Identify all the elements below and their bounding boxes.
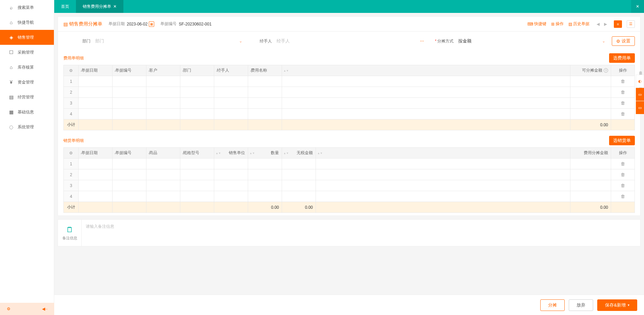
remarks-label: 备注信息 <box>62 236 77 241</box>
select-expense-button[interactable]: 选费用单 <box>609 53 635 63</box>
col-date[interactable]: ▲▼单据日期 <box>79 148 113 159</box>
sidebar-item-label: 基础信息 <box>18 109 34 115</box>
table-row[interactable]: 2🗑 <box>64 169 635 180</box>
gear-col[interactable]: ⚙ <box>64 65 79 76</box>
subtotal-row: 小计0.00 <box>64 119 635 130</box>
card-view-btn[interactable]: ☰ <box>627 20 635 28</box>
col-handler[interactable]: ▲▼经手人 <box>214 65 248 76</box>
chevron-down-icon[interactable]: ⌄ <box>600 39 608 43</box>
col-dept[interactable]: ▲▼部门 <box>180 65 214 76</box>
gear-icon[interactable]: ⚙ <box>7 307 11 311</box>
trash-icon[interactable]: 🗑 <box>621 100 625 106</box>
col-date[interactable]: ▲▼单据日期 <box>79 65 113 76</box>
gear-col[interactable]: ⚙ <box>64 148 79 159</box>
col-ops: 操作 <box>611 65 635 76</box>
chevron-down-icon[interactable]: ⌄ <box>237 39 245 43</box>
tab-label: 销售费用分摊单 <box>83 4 111 10</box>
col-alloc[interactable]: 费用分摊金额 <box>570 148 611 159</box>
doc-no-label: 单据编号 <box>160 21 177 27</box>
remarks-side: 🗒 备注信息 <box>58 220 82 246</box>
keyboard-icon: ⌨ <box>527 22 533 26</box>
doc-no-value: SF-20230602-001 <box>179 22 212 26</box>
col-fee-name[interactable]: ▲▼费用名称 <box>248 65 282 76</box>
expense-title: 费用单明细 <box>63 55 84 61</box>
col-unit[interactable]: ▲▼销售单位 <box>214 148 248 159</box>
sales-title: 销货单明细 <box>63 138 84 144</box>
close-icon[interactable]: ✕ <box>113 4 117 9</box>
table-row[interactable]: 1🗑 <box>64 159 635 169</box>
doc-date-value[interactable]: 2023-06-02 <box>127 22 147 26</box>
table-row[interactable]: 4🗑 <box>64 191 635 202</box>
sidebar-item-quick-nav[interactable]: ⌂快捷导航 <box>0 15 54 30</box>
allocate-button[interactable]: 分摊 <box>540 299 565 311</box>
row-num: 4 <box>64 191 79 202</box>
trash-icon[interactable]: 🗑 <box>621 194 625 199</box>
sidebar-item-search-menu[interactable]: ⌕搜索菜单 <box>0 0 54 15</box>
method-input[interactable] <box>457 36 600 46</box>
col-blank2: ▲▼ <box>316 148 570 159</box>
shortcut-text: 快捷键 <box>534 21 546 27</box>
next-icon[interactable]: ▶ <box>602 20 609 28</box>
sidebar-item-funds[interactable]: ¥资金管理 <box>0 75 54 90</box>
calendar-icon[interactable]: ▦ <box>149 21 154 27</box>
discard-button[interactable]: 放弃 <box>569 299 593 311</box>
history-text: 历史单据 <box>573 21 589 27</box>
shortcut-link[interactable]: ⌨快捷键 <box>527 21 546 27</box>
table-row[interactable]: 3🗑 <box>64 98 635 109</box>
list-view-btn[interactable]: ≡ <box>614 20 622 28</box>
side-tab-3[interactable]: ▭ <box>636 101 644 114</box>
sidebar-item-operations[interactable]: ▤经营管理 <box>0 90 54 105</box>
sidebar-item-label: 采购管理 <box>18 50 34 55</box>
col-amount[interactable]: ▲▼无税金额 <box>282 148 316 159</box>
side-tab-2[interactable]: ▭ <box>636 88 644 101</box>
sidebar-item-system[interactable]: ◌系统管理 <box>0 119 54 134</box>
form-panel: ▤ 销售费用分摊单 单据日期 2023-06-02 ▦ 单据编号 SF-2023… <box>58 16 641 216</box>
col-no[interactable]: ▲▼单据编号 <box>113 65 146 76</box>
table-row[interactable]: 3🗑 <box>64 180 635 191</box>
sidebar-item-purchase-mgmt[interactable]: ☐采购管理 <box>0 45 54 60</box>
prev-icon[interactable]: ◀ <box>594 20 602 28</box>
doc-date-field: 单据日期 2023-06-02 ▦ <box>108 21 154 27</box>
sidebar-item-sales-mgmt[interactable]: ◈销售管理 <box>0 30 54 45</box>
trash-icon[interactable]: 🗑 <box>621 183 625 188</box>
table-row[interactable]: 4🗑 <box>64 109 635 119</box>
collapse-icon[interactable]: ◀·· <box>42 307 47 311</box>
col-no[interactable]: ▲▼单据编号 <box>113 148 146 159</box>
subtotal-amount: 0.00 <box>282 202 316 213</box>
col-allocatable[interactable]: 可分摊金额? <box>570 65 611 76</box>
settings-button[interactable]: ⚙设置 <box>612 36 635 46</box>
save-new-text: 保存&新增 <box>605 302 626 308</box>
table-row[interactable]: 2🗑 <box>64 87 635 98</box>
operate-link[interactable]: ⊞操作 <box>551 21 564 27</box>
trash-icon[interactable]: 🗑 <box>621 90 625 95</box>
history-link[interactable]: ▤历史单据 <box>568 21 589 27</box>
form-title-text: 销售费用分摊单 <box>69 21 102 27</box>
col-product[interactable]: ▲▼商品 <box>146 148 180 159</box>
side-tab-1[interactable]: ◐ <box>636 75 644 88</box>
remarks-input[interactable] <box>82 220 640 246</box>
handler-input[interactable] <box>275 36 418 46</box>
row-num: 1 <box>64 159 79 169</box>
sidebar-item-basic-info[interactable]: ▦基础信息 <box>0 105 54 119</box>
sidebar-item-label: 快捷导航 <box>18 20 34 25</box>
trash-icon[interactable]: 🗑 <box>621 111 625 116</box>
col-customer[interactable]: ▲▼客户 <box>146 65 180 76</box>
close-all-tabs[interactable]: ✕ <box>631 0 644 13</box>
trash-icon[interactable]: 🗑 <box>621 79 625 84</box>
expense-table: ⚙ ▲▼单据日期 ▲▼单据编号 ▲▼客户 ▲▼部门 ▲▼经手人 ▲▼费用名称 ▲… <box>63 65 635 130</box>
help-icon[interactable]: ? <box>604 68 608 73</box>
sidebar-item-inventory[interactable]: ⌂库存核算 <box>0 60 54 75</box>
trash-icon[interactable]: 🗑 <box>621 161 625 166</box>
col-spec[interactable]: ▲▼规格型号 <box>180 148 214 159</box>
dept-input[interactable] <box>94 36 237 46</box>
subtotal-allocatable: 0.00 <box>570 119 611 130</box>
table-row[interactable]: 1🗑 <box>64 76 635 87</box>
tab[interactable]: 首页 <box>54 0 76 13</box>
more-icon[interactable]: ⋯ <box>418 39 426 43</box>
trash-icon[interactable]: 🗑 <box>621 172 625 177</box>
col-qty[interactable]: ▲▼数量 <box>248 148 282 159</box>
save-new-button[interactable]: 保存&新增▾ <box>597 299 637 311</box>
select-sales-button[interactable]: 选销货单 <box>609 136 635 145</box>
sidebar-item-label: 系统管理 <box>18 124 34 130</box>
tab[interactable]: 销售费用分摊单✕ <box>76 0 123 13</box>
